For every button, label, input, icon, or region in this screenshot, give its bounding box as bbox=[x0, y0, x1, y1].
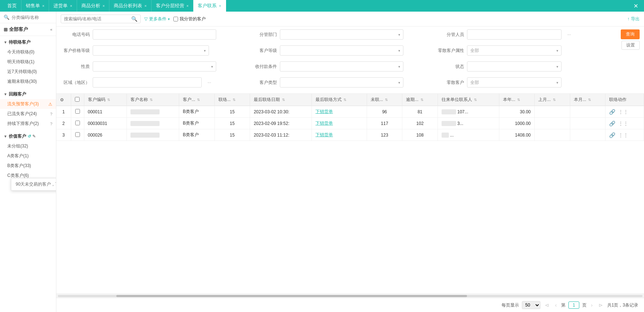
last-page-button[interactable]: ⊳ bbox=[597, 301, 604, 309]
th-contact-person[interactable]: 往来单位联系人 ⇅ bbox=[438, 94, 499, 106]
first-page-button[interactable]: ⊲ bbox=[543, 301, 551, 309]
sidebar-item-7days[interactable]: 近7天待联络(0) bbox=[0, 67, 56, 77]
blurred-contact bbox=[442, 109, 456, 114]
filter-select-customer-level[interactable]: ▾ bbox=[280, 45, 403, 56]
sidebar-search-input[interactable] bbox=[12, 15, 52, 20]
more-action-icon[interactable]: ⋮⋮ bbox=[618, 109, 628, 115]
td-checkbox-1[interactable] bbox=[71, 106, 84, 118]
tab-purchase[interactable]: 进货单 × bbox=[49, 0, 77, 12]
th-current-month[interactable]: 本月... ⇅ bbox=[570, 94, 605, 106]
sidebar-item-ungrouped[interactable]: 未分组(32) bbox=[0, 141, 56, 151]
sidebar-item-overdue[interactable]: 逾期未联络(30) bbox=[0, 77, 56, 86]
tab-customer-contact[interactable]: 客户联系 × bbox=[193, 0, 226, 12]
td-last-method-3[interactable]: 下销货单 bbox=[312, 129, 367, 141]
last-method-link[interactable]: 下销货单 bbox=[315, 121, 333, 126]
window-close-button[interactable]: ✕ bbox=[631, 3, 641, 9]
sidebar-section-review: ▼ 回顾客户 流失预警客户(3) ⚠ 已流失客户(24) ? 持续下滑客户(2)… bbox=[0, 88, 56, 130]
sort-arrows-icon: ⇅ bbox=[553, 98, 556, 102]
sidebar-item-churned[interactable]: 已流失客户(24) ? bbox=[0, 109, 56, 119]
filter-select-dept[interactable]: ▾ bbox=[280, 29, 403, 40]
sidebar-all-customers[interactable]: ⊞ 全部客户 « bbox=[0, 23, 56, 36]
tab-customer-tier[interactable]: 客户分层经营 × bbox=[152, 0, 193, 12]
sidebar-item-class-b[interactable]: B类客户(33) bbox=[0, 161, 56, 171]
more-action-icon[interactable]: ⋮⋮ bbox=[618, 121, 628, 126]
row-checkbox[interactable] bbox=[75, 109, 80, 114]
th-type[interactable]: 客户... ⇅ bbox=[179, 94, 215, 106]
sidebar-section-title-value[interactable]: ▼ 价值客户 ↺ ✎ bbox=[0, 131, 56, 141]
my-customers-checkbox[interactable] bbox=[173, 17, 178, 21]
select-all-checkbox[interactable] bbox=[75, 97, 80, 102]
edit-icon[interactable]: ✎ bbox=[32, 134, 36, 139]
filter-select-person[interactable] bbox=[467, 29, 562, 40]
filter-select-retail[interactable]: 全部 ▾ bbox=[467, 77, 562, 88]
page-number-input[interactable] bbox=[568, 301, 579, 309]
tab-analysis-list[interactable]: 商品分析列表 × bbox=[109, 0, 151, 12]
close-icon[interactable]: × bbox=[144, 4, 146, 8]
more-conditions-button[interactable]: ▽ 更多条件 ▾ bbox=[144, 16, 170, 22]
th-overdue[interactable]: 逾期... ⇅ bbox=[402, 94, 438, 106]
last-method-link[interactable]: 下销货单 bbox=[315, 109, 333, 114]
th-contact-count[interactable]: 联络... ⇅ bbox=[214, 94, 250, 106]
settings-button[interactable]: 设置 bbox=[621, 41, 640, 50]
query-button[interactable]: 查询 bbox=[621, 29, 640, 39]
close-icon[interactable]: × bbox=[42, 4, 44, 8]
ellipsis-icon[interactable]: ··· bbox=[205, 80, 214, 85]
filter-input-phone[interactable] bbox=[93, 29, 216, 40]
filter-select-status[interactable]: ▾ bbox=[467, 61, 562, 72]
filter-select-region[interactable] bbox=[93, 77, 202, 88]
filter-select-payment[interactable]: ▾ bbox=[280, 61, 403, 72]
gear-icon[interactable]: ⚙ bbox=[60, 97, 64, 102]
td-last-method-2[interactable]: 下销货单 bbox=[312, 118, 367, 129]
search-icon[interactable]: 🔍 bbox=[131, 16, 137, 22]
th-settings[interactable]: ⚙ bbox=[56, 94, 71, 106]
per-page-select[interactable]: 50 100 bbox=[522, 301, 540, 309]
prev-page-button[interactable]: ‹ bbox=[554, 301, 558, 309]
contact-action-icon[interactable]: 🔗 bbox=[609, 109, 615, 115]
th-checkbox[interactable] bbox=[71, 94, 84, 106]
horizontal-scrollbar[interactable] bbox=[56, 293, 644, 298]
filter-select-nature[interactable]: ▾ bbox=[93, 61, 216, 72]
th-last-month[interactable]: 上月... ⇅ bbox=[535, 94, 570, 106]
th-last-method[interactable]: 最后联络方式 ⇅ bbox=[312, 94, 367, 106]
th-last-date[interactable]: 最后联络日期 ⇅ bbox=[250, 94, 312, 106]
ellipsis-icon[interactable]: ··· bbox=[564, 32, 574, 37]
tab-home[interactable]: 首页 bbox=[3, 0, 21, 12]
tab-sales[interactable]: 销售单 × bbox=[21, 0, 49, 12]
filter-select-retail-attr[interactable]: 全部 ▾ bbox=[467, 45, 562, 56]
td-checkbox-3[interactable] bbox=[71, 129, 84, 141]
last-method-link[interactable]: 下销货单 bbox=[315, 132, 333, 137]
refresh-icon[interactable]: ↺ bbox=[28, 134, 31, 139]
sidebar-section-title-review[interactable]: ▼ 回顾客户 bbox=[0, 89, 56, 99]
sidebar-item-class-a[interactable]: A类客户(1) bbox=[0, 151, 56, 161]
my-customers-checkbox-label[interactable]: 我分管的客户 bbox=[173, 16, 206, 22]
close-icon[interactable]: × bbox=[70, 4, 72, 8]
close-icon[interactable]: × bbox=[186, 4, 189, 8]
contact-action-icon[interactable]: 🔗 bbox=[609, 121, 615, 126]
th-code[interactable]: 客户编码 ⇅ bbox=[84, 94, 126, 106]
export-button[interactable]: ↑ 导出 bbox=[627, 16, 640, 22]
more-action-icon[interactable]: ⋮⋮ bbox=[618, 132, 628, 138]
th-name[interactable]: 客户名称 ⇅ bbox=[126, 94, 179, 106]
td-last-method-1[interactable]: 下销货单 bbox=[312, 106, 367, 118]
row-checkbox[interactable] bbox=[75, 121, 80, 125]
sidebar-item-churn-warning[interactable]: 流失预警客户(3) ⚠ bbox=[0, 99, 56, 109]
sidebar-item-tomorrow[interactable]: 明天待联络(1) bbox=[0, 57, 56, 67]
sidebar-section-title-pending[interactable]: ▼ 待联络客户 bbox=[0, 37, 56, 47]
tab-analysis[interactable]: 商品分析 × bbox=[77, 0, 109, 12]
contact-action-icon[interactable]: 🔗 bbox=[609, 132, 615, 138]
collapse-icon[interactable]: « bbox=[50, 27, 52, 32]
sidebar-item-today[interactable]: 今天待联络(0) bbox=[0, 47, 56, 57]
td-checkbox-2[interactable] bbox=[71, 118, 84, 129]
th-actions: 联络动作 bbox=[605, 94, 644, 106]
main-search-input[interactable] bbox=[64, 16, 130, 21]
th-current-year[interactable]: 本年... ⇅ bbox=[499, 94, 535, 106]
close-icon[interactable]: × bbox=[102, 4, 105, 8]
scrollbar-thumb[interactable] bbox=[116, 295, 467, 297]
filter-select-price-level[interactable]: ▾ bbox=[93, 45, 209, 56]
th-no-contact[interactable]: 未联... ⇅ bbox=[367, 94, 402, 106]
row-checkbox[interactable] bbox=[75, 132, 80, 137]
next-page-button[interactable]: › bbox=[589, 301, 594, 309]
filter-select-customer-type[interactable]: ▾ bbox=[280, 77, 403, 88]
close-icon[interactable]: × bbox=[219, 4, 221, 8]
sidebar-item-declining[interactable]: 持续下滑客户(2) ? bbox=[0, 119, 56, 129]
